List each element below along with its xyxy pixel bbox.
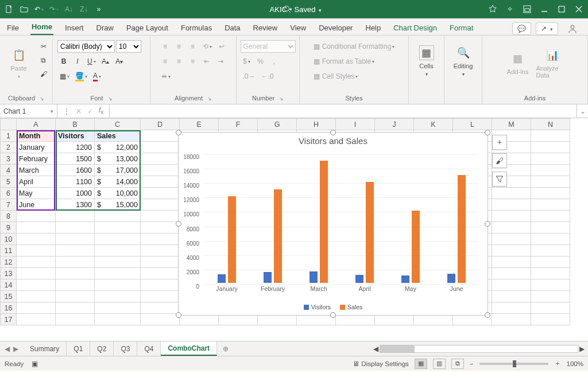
cell[interactable] (17, 222, 56, 234)
comments-button[interactable]: 💬 (512, 22, 531, 35)
cell[interactable] (141, 199, 180, 211)
col-header-F[interactable]: F (219, 119, 258, 130)
chart-plot-area[interactable] (204, 154, 478, 283)
sheet-tab-q1[interactable]: Q1 (67, 341, 90, 356)
tab-data[interactable]: Data (223, 20, 241, 35)
cell[interactable] (141, 165, 180, 176)
cut-icon[interactable]: ✂ (37, 40, 50, 53)
cell[interactable] (95, 234, 141, 245)
chart-object[interactable]: Visitors and Sales 020004000600080001000… (178, 132, 488, 316)
cell[interactable] (141, 234, 180, 245)
resize-handle-tr[interactable] (485, 130, 490, 135)
tab-insert[interactable]: Insert (64, 20, 85, 35)
cell[interactable] (531, 211, 570, 222)
premium-icon[interactable] (488, 5, 497, 14)
zoom-level[interactable]: 100% (567, 360, 583, 367)
cell[interactable]: $14,000 (95, 176, 141, 188)
cell[interactable] (56, 211, 95, 222)
cell[interactable]: January (17, 142, 56, 153)
col-header-M[interactable]: M (492, 119, 531, 130)
cell[interactable] (531, 142, 570, 153)
cell[interactable]: $10,000 (95, 188, 141, 199)
col-header-D[interactable]: D (141, 119, 180, 130)
cell[interactable] (95, 222, 141, 234)
borders-button[interactable]: ▦ (57, 70, 72, 83)
cell[interactable] (17, 211, 56, 222)
cell[interactable] (492, 291, 531, 302)
col-header-I[interactable]: I (336, 119, 375, 130)
font-launcher-icon[interactable] (106, 95, 113, 102)
hscroll-left-icon[interactable]: ◀ (373, 345, 378, 353)
cell[interactable]: June (17, 199, 56, 211)
tab-file[interactable]: File (6, 20, 20, 35)
sheet-tab-q4[interactable]: Q4 (137, 341, 161, 356)
chart-elements-button[interactable]: ＋ (492, 135, 507, 150)
cell[interactable] (531, 302, 570, 314)
cell[interactable]: 1200 (56, 142, 95, 153)
sheet-tab-combochart[interactable]: ComboChart (161, 341, 217, 356)
col-header-B[interactable]: B (56, 119, 95, 130)
undo-icon[interactable]: ↶ (34, 5, 44, 14)
clipboard-launcher-icon[interactable] (37, 95, 44, 102)
cells-button[interactable]: ▦ Cells▾ (411, 38, 443, 84)
resize-handle-br[interactable] (485, 312, 490, 318)
underline-button[interactable]: U (85, 55, 98, 68)
cell[interactable] (17, 257, 56, 268)
tab-home[interactable]: Home (30, 19, 53, 35)
sheet-tab-q2[interactable]: Q2 (90, 341, 114, 356)
row-header-12[interactable]: 12 (1, 257, 17, 268)
cell[interactable] (531, 188, 570, 199)
cell[interactable] (492, 268, 531, 279)
cell[interactable] (141, 176, 180, 188)
cell[interactable] (492, 257, 531, 268)
cell[interactable] (95, 314, 141, 325)
col-header-L[interactable]: L (453, 119, 492, 130)
cell[interactable] (492, 222, 531, 234)
row-header-13[interactable]: 13 (1, 268, 17, 279)
cell[interactable] (531, 245, 570, 257)
select-all-cell[interactable] (1, 119, 17, 130)
cell[interactable] (531, 234, 570, 245)
row-header-6[interactable]: 6 (1, 188, 17, 199)
cell[interactable] (141, 314, 180, 325)
col-header-G[interactable]: G (258, 119, 297, 130)
copy-icon[interactable]: ⧉ (37, 54, 50, 67)
worksheet-grid[interactable]: ABCDEFGHIJKLMN 1MonthVisitorsSales2Janua… (0, 118, 588, 341)
document-title[interactable]: AKIC • Saved (270, 5, 322, 14)
open-file-icon[interactable] (20, 5, 29, 14)
cell[interactable] (17, 268, 56, 279)
tab-nav-next-icon[interactable]: ▶ (13, 345, 18, 353)
zoom-out-button[interactable]: − (470, 360, 474, 367)
cell[interactable] (56, 314, 95, 325)
row-header-2[interactable]: 2 (1, 142, 17, 153)
format-painter-icon[interactable]: 🖌 (37, 68, 50, 80)
hscroll-thumb[interactable] (380, 345, 415, 352)
resize-handle-mr[interactable] (485, 221, 490, 227)
cell[interactable] (492, 234, 531, 245)
row-header-3[interactable]: 3 (1, 153, 17, 165)
tab-page-layout[interactable]: Page Layout (125, 20, 169, 35)
cell[interactable]: $17,000 (95, 165, 141, 176)
row-header-1[interactable]: 1 (1, 130, 17, 142)
view-page-layout-button[interactable]: ▥ (433, 359, 446, 369)
row-header-15[interactable]: 15 (1, 291, 17, 302)
close-icon[interactable] (574, 5, 583, 14)
cell[interactable] (56, 279, 95, 291)
cell[interactable] (492, 302, 531, 314)
view-normal-button[interactable]: ▦ (415, 359, 427, 369)
col-header-J[interactable]: J (375, 119, 414, 130)
hscroll-right-icon[interactable]: ▶ (579, 345, 585, 353)
cell[interactable] (531, 199, 570, 211)
chart-filters-button[interactable] (492, 172, 507, 187)
cell[interactable] (492, 245, 531, 257)
cell[interactable]: 1600 (56, 165, 95, 176)
account-icon[interactable] (563, 22, 582, 35)
zoom-thumb[interactable] (513, 360, 516, 367)
fill-color-button[interactable]: 🪣 (73, 70, 90, 83)
cell[interactable] (531, 130, 570, 142)
row-header-11[interactable]: 11 (1, 245, 17, 257)
insert-function-icon[interactable]: ⋮ (63, 107, 70, 115)
cell[interactable]: March (17, 165, 56, 176)
cell[interactable] (17, 279, 56, 291)
cell[interactable] (95, 279, 141, 291)
